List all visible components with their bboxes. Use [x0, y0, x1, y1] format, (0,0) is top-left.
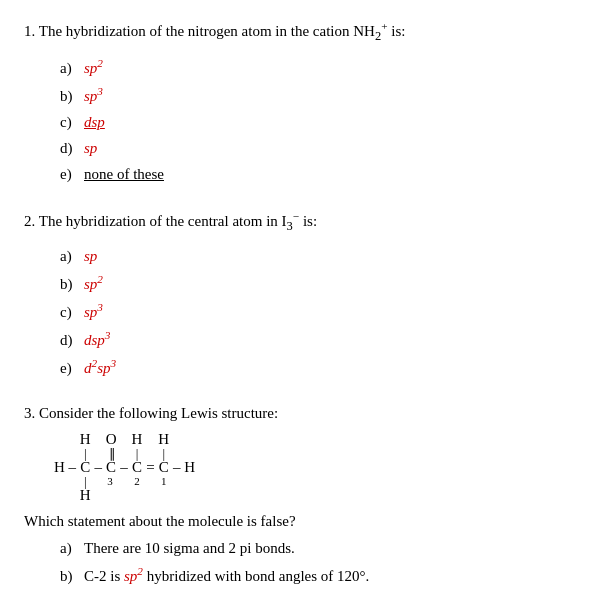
option-letter: e) [60, 356, 76, 380]
lewis-table: H O H H | ∥ | | H – [54, 432, 195, 503]
option-letter: b) [60, 84, 76, 108]
option-text: dsp [84, 110, 105, 134]
lewis-cell: 2 [132, 475, 143, 488]
option-text: sp2 [84, 270, 103, 296]
option-text: C-2 is sp2 hybridized with bond angles o… [84, 562, 369, 588]
list-item: a) There are 10 sigma and 2 pi bonds. [60, 536, 592, 560]
question-1: 1. The hybridization of the nitrogen ato… [24, 18, 592, 186]
option-text: sp [84, 244, 97, 268]
list-item: a) sp2 [60, 54, 592, 80]
option-text: none of these [84, 162, 164, 186]
lewis-cell [54, 475, 80, 488]
lewis-row-top-atoms: H O H H [54, 432, 195, 447]
lewis-cell: – [117, 460, 132, 475]
lewis-cell [158, 488, 169, 503]
lewis-cell [54, 432, 80, 447]
question-3-options: a) There are 10 sigma and 2 pi bonds. b)… [24, 536, 592, 593]
list-item: a) sp [60, 244, 592, 268]
list-item: e) d2sp3 [60, 354, 592, 380]
lewis-cell: O [106, 432, 117, 447]
lewis-cell: – [91, 460, 106, 475]
option-text: There are 10 sigma and 2 pi bonds. [84, 536, 295, 560]
option-letter: a) [60, 56, 76, 80]
lewis-cell [169, 432, 195, 447]
lewis-cell: = [142, 460, 158, 475]
lewis-cell [106, 488, 117, 503]
lewis-cell [142, 432, 158, 447]
lewis-row-bottom-h: H [54, 488, 195, 503]
lewis-cell [91, 488, 106, 503]
lewis-cell [54, 488, 80, 503]
lewis-cell [142, 488, 158, 503]
lewis-cell: C [106, 460, 117, 475]
option-text: d2sp3 [84, 354, 116, 380]
lewis-cell: H [80, 432, 91, 447]
lewis-cell: H – [54, 460, 80, 475]
lewis-cell: 1 [158, 475, 169, 488]
question-1-options: a) sp2 b) sp3 c) dsp d) sp e) none of th… [24, 54, 592, 186]
list-item: b) C-2 is sp2 hybridized with bond angle… [60, 562, 592, 588]
lewis-cell [91, 475, 106, 488]
option-letter: b) [60, 564, 76, 588]
option-letter: d) [60, 328, 76, 352]
option-text: sp [84, 136, 97, 160]
option-letter: e) [60, 162, 76, 186]
lewis-cell [132, 488, 143, 503]
lewis-cell: C [80, 460, 91, 475]
question-2-text: 2. The hybridization of the central atom… [24, 208, 592, 236]
list-item: e) none of these [60, 162, 592, 186]
option-text: sp3 [84, 298, 103, 324]
list-item: b) sp3 [60, 82, 592, 108]
lewis-structure: H O H H | ∥ | | H – [54, 432, 592, 503]
lewis-cell [117, 488, 132, 503]
list-item: b) sp2 [60, 270, 592, 296]
list-item: d) dsp3 [60, 326, 592, 352]
lewis-row-bottom-bonds: | 3 2 1 [54, 475, 195, 488]
option-letter: a) [60, 536, 76, 560]
option-letter: c) [60, 110, 76, 134]
lewis-row-main-chain: H – C – C – C = C – H [54, 460, 195, 475]
option-text: sp3 [84, 82, 103, 108]
lewis-cell: 3 [106, 475, 117, 488]
lewis-cell: – H [169, 460, 195, 475]
lewis-cell: C [158, 460, 169, 475]
lewis-cell [169, 488, 195, 503]
lewis-cell: H [158, 432, 169, 447]
option-letter: d) [60, 136, 76, 160]
question-2: 2. The hybridization of the central atom… [24, 208, 592, 380]
list-item: c) sp3 [60, 298, 592, 324]
question-2-options: a) sp b) sp2 c) sp3 d) dsp3 e) d2sp3 [24, 244, 592, 380]
lewis-cell: C [132, 460, 143, 475]
question-3: 3. Consider the following Lewis structur… [24, 402, 592, 594]
lewis-cell [169, 475, 195, 488]
list-item: c) dsp [60, 110, 592, 134]
option-letter: b) [60, 272, 76, 296]
question-3-text: 3. Consider the following Lewis structur… [24, 402, 592, 425]
option-text: dsp3 [84, 326, 110, 352]
which-statement: Which statement about the molecule is fa… [24, 513, 592, 530]
lewis-cell: H [80, 488, 91, 503]
option-letter: c) [60, 300, 76, 324]
lewis-cell [117, 432, 132, 447]
option-letter: a) [60, 244, 76, 268]
list-item: d) sp [60, 136, 592, 160]
lewis-cell [91, 432, 106, 447]
question-1-text: 1. The hybridization of the nitrogen ato… [24, 18, 592, 46]
lewis-cell [117, 475, 132, 488]
lewis-cell: H [132, 432, 143, 447]
lewis-cell [142, 475, 158, 488]
option-text: sp2 [84, 54, 103, 80]
